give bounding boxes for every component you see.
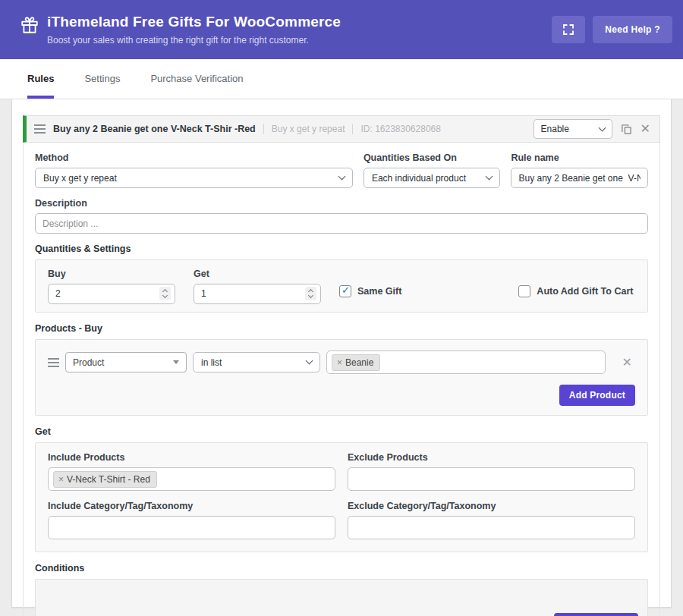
include-category-input[interactable] [48,516,335,539]
remove-row-button[interactable]: ✕ [622,355,632,369]
include-category-label: Include Category/Tag/Taxonomy [48,501,335,511]
page-subtitle: Boost your sales with creating the right… [47,35,341,46]
auto-add-gift-checkbox[interactable]: Auto Add Gift To Cart [518,285,633,297]
add-product-button[interactable]: Add Product [559,385,635,406]
exclude-products-input[interactable] [348,467,635,491]
get-qty-label: Get [194,269,321,279]
chevron-down-icon [306,357,313,365]
tab-bar: Rules Settings Purchase Verification [0,59,683,99]
page-title: iThemeland Free Gifts For WooCommerce [47,14,341,30]
drag-handle-icon[interactable] [34,124,46,134]
quantities-based-on-label: Quantities Based On [364,152,501,163]
product-tag[interactable]: V-Neck T-Shirt - Red [53,471,157,488]
rules-card: Buy any 2 Beanie get one V-Neck T-Shir -… [11,99,672,608]
rule-status-value: Enable [541,124,569,134]
method-select[interactable]: Buy x get y repeat [35,168,353,188]
get-qty-value: 1 [201,288,206,299]
same-gift-checkbox[interactable]: Same Gift [339,285,401,297]
operator-select[interactable]: in list [193,352,320,372]
description-input[interactable] [35,213,648,234]
chevron-down-icon [338,173,345,181]
duplicate-rule-button[interactable] [620,123,633,136]
duplicate-icon [620,123,633,136]
triangle-down-icon [173,360,179,364]
buy-products-tag-input[interactable]: Beanie [326,350,606,374]
rule-name-label: Rule name [511,152,648,163]
buy-qty-label: Buy [48,269,175,279]
quantities-panel: Buy 2 Get 1 Same Gift [35,259,648,313]
auto-add-gift-label: Auto Add Gift To Cart [537,286,633,297]
method-select-value: Buy x get y repeat [43,173,117,184]
exclude-category-label: Exclude Category/Tag/Taxonomy [348,501,635,511]
checkbox-icon [518,285,530,297]
drag-handle-icon[interactable] [48,358,59,367]
quantities-based-on-value: Each individual product [372,173,466,184]
rule-title: Buy any 2 Beanie get one V-Neck T-Shir -… [53,124,256,134]
add-condition-button[interactable]: Add Condition [554,613,638,616]
get-section-label: Get [35,426,648,437]
buy-qty-value: 2 [55,288,61,299]
exclude-products-label: Exclude Products [348,452,635,463]
checkbox-icon [339,285,351,297]
conditions-panel: Add Condition [35,579,648,616]
same-gift-label: Same Gift [357,286,401,297]
quantities-based-on-select[interactable]: Each individual product [364,168,501,188]
chevron-down-icon [486,173,493,181]
chevron-down-icon [598,124,606,131]
get-qty-stepper[interactable]: 1 [194,284,321,304]
rule-method-badge: Buy x get y repeat [263,124,345,134]
quantities-settings-label: Quantities & Settings [35,244,648,254]
conditions-label: Conditions [35,563,648,574]
get-panel: Include Products V-Neck T-Shirt - Red Ex… [35,442,648,552]
rule-id: ID: 1623830628068 [352,124,440,134]
rule-header: Buy any 2 Beanie get one V-Neck T-Shir -… [23,115,660,143]
method-label: Method [35,152,353,163]
operator-value: in list [201,357,222,368]
product-type-value: Product [73,357,104,368]
gift-icon [20,15,39,35]
fullscreen-icon [562,23,575,36]
product-type-select[interactable]: Product [65,352,187,372]
rule-status-select[interactable]: Enable [533,119,612,139]
rule-body: Method Buy x get y repeat Quantities Bas… [23,143,660,616]
fullscreen-button[interactable] [552,16,585,43]
description-label: Description [35,198,648,209]
tab-settings[interactable]: Settings [84,59,120,99]
exclude-category-input[interactable] [348,516,635,539]
tab-purchase-verification[interactable]: Purchase Verification [150,59,243,99]
rule-name-input[interactable] [511,168,648,188]
page-content: Buy any 2 Beanie get one V-Neck T-Shir -… [0,99,683,616]
buy-qty-stepper[interactable]: 2 [48,284,175,304]
include-products-label: Include Products [48,452,335,463]
products-buy-panel: Product in list Beanie ✕ Add Product [35,339,648,416]
stepper-arrows-icon[interactable] [159,287,171,300]
plugin-header: iThemeland Free Gifts For WooCommerce Bo… [0,0,683,59]
tab-rules[interactable]: Rules [27,59,54,99]
products-buy-label: Products - Buy [35,323,648,334]
stepper-arrows-icon[interactable] [305,287,316,300]
delete-rule-button[interactable]: ✕ [641,123,650,135]
product-tag[interactable]: Beanie [332,354,380,371]
need-help-button[interactable]: Need Help ? [593,16,672,43]
include-products-input[interactable]: V-Neck T-Shirt - Red [48,467,335,491]
